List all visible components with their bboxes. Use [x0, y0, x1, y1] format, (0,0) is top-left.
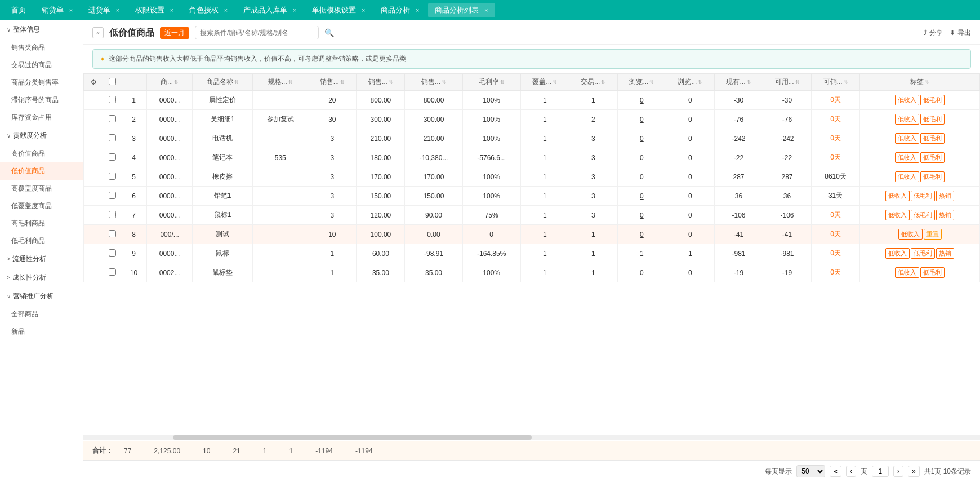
next-page-btn[interactable]: ›	[893, 466, 903, 477]
sidebar-item-high-value[interactable]: 高价值商品	[0, 145, 83, 162]
sidebar-item-low-margin[interactable]: 低毛利商品	[0, 232, 83, 250]
col-spec[interactable]: 规格... ⇅	[253, 74, 308, 91]
row-checkbox[interactable]	[109, 268, 116, 276]
cell-checkbox[interactable]	[104, 187, 121, 206]
col-sales3[interactable]: 销售... ⇅	[405, 74, 462, 91]
row-checkbox[interactable]	[109, 230, 116, 237]
cell-checkbox[interactable]	[104, 129, 121, 148]
col-browse1[interactable]: 浏览... ⇅	[617, 74, 666, 91]
cell-browse1[interactable]: 0	[617, 225, 666, 244]
browse1-link[interactable]: 0	[640, 135, 644, 143]
browse1-link[interactable]: 0	[640, 269, 644, 277]
sidebar-item-high-margin[interactable]: 高毛利商品	[0, 215, 83, 232]
browse1-link[interactable]: 0	[640, 192, 644, 200]
export-btn[interactable]: ⬇ 导出	[950, 28, 971, 38]
select-all-checkbox[interactable]	[109, 78, 116, 85]
browse1-link[interactable]: 0	[640, 116, 644, 123]
sidebar-item-sales-products[interactable]: 销售类商品	[0, 39, 83, 56]
sidebar-item-slow-move[interactable]: 滞销序号的商品	[0, 91, 83, 109]
cell-checkbox[interactable]	[104, 91, 121, 110]
row-checkbox[interactable]	[109, 211, 116, 218]
scrollbar-thumb[interactable]	[173, 435, 532, 440]
browse1-link[interactable]: 0	[640, 211, 644, 219]
last-page-btn[interactable]: »	[908, 466, 920, 477]
col-sales1[interactable]: 销售... ⇅	[308, 74, 357, 91]
row-checkbox[interactable]	[109, 134, 116, 141]
col-browse2[interactable]: 浏览... ⇅	[666, 74, 714, 91]
sidebar-item-low-coverage[interactable]: 低覆盖度商品	[0, 197, 83, 215]
nav-close-purchase[interactable]: ×	[116, 7, 119, 14]
nav-close-roles[interactable]: ×	[224, 7, 228, 14]
sidebar-group-contribution[interactable]: ∨ 贡献度分析	[0, 126, 83, 145]
nav-close-analysis[interactable]: ×	[416, 7, 419, 14]
nav-analysis[interactable]: 商品分析 ×	[374, 3, 426, 17]
cell-checkbox[interactable]	[104, 110, 121, 129]
cell-checkbox[interactable]	[104, 244, 121, 263]
col-cover[interactable]: 覆盖... ⇅	[520, 74, 569, 91]
col-available[interactable]: 可用... ⇅	[763, 74, 812, 91]
cell-checkbox[interactable]	[104, 225, 121, 244]
sidebar-item-inventory-fund[interactable]: 库存资金占用	[0, 109, 83, 126]
row-checkbox[interactable]	[109, 153, 116, 161]
per-page-select[interactable]: 50 100 200	[796, 465, 825, 477]
nav-product-in[interactable]: 产成品入库单 ×	[237, 3, 303, 17]
nav-close-permissions[interactable]: ×	[170, 7, 173, 14]
first-page-btn[interactable]: «	[830, 466, 841, 477]
browse1-link[interactable]: 0	[640, 96, 644, 104]
col-margin[interactable]: 毛利率 ⇅	[462, 74, 520, 91]
sidebar-group-overall[interactable]: ∨ 整体信息	[0, 20, 83, 39]
cell-checkbox[interactable]	[104, 148, 121, 167]
browse1-link[interactable]: 0	[640, 173, 644, 181]
sidebar-group-growth[interactable]: > 成长性分析	[0, 268, 83, 287]
row-checkbox[interactable]	[109, 192, 116, 199]
nav-template[interactable]: 单据模板设置 ×	[305, 3, 372, 17]
search-icon[interactable]: 🔍	[324, 28, 334, 37]
search-input[interactable]	[195, 26, 319, 39]
cell-checkbox[interactable]	[104, 206, 121, 225]
col-name[interactable]: 商品名称 ⇅	[193, 74, 253, 91]
cell-browse1[interactable]: 0	[617, 206, 666, 225]
sidebar-item-high-coverage[interactable]: 高覆盖度商品	[0, 180, 83, 197]
col-checkbox[interactable]	[104, 74, 121, 91]
row-checkbox[interactable]	[109, 173, 116, 180]
col-code[interactable]: 商... ⇅	[147, 74, 193, 91]
nav-purchase[interactable]: 进货单 ×	[82, 3, 126, 17]
sidebar-group-marketing[interactable]: ∨ 营销推广分析	[0, 287, 83, 306]
col-trade[interactable]: 交易... ⇅	[569, 74, 617, 91]
sidebar-collapse-btn[interactable]: «	[92, 27, 104, 38]
browse1-link[interactable]: 0	[640, 154, 644, 162]
browse1-link[interactable]: 0	[640, 231, 644, 238]
horizontal-scrollbar[interactable]	[83, 435, 980, 440]
col-sales2[interactable]: 销售... ⇅	[357, 74, 405, 91]
nav-analysis-list[interactable]: 商品分析列表 ×	[428, 3, 495, 17]
cell-browse1[interactable]: 0	[617, 187, 666, 206]
cell-checkbox[interactable]	[104, 263, 121, 282]
nav-roles[interactable]: 角色授权 ×	[182, 3, 234, 17]
nav-close-analysis-list[interactable]: ×	[484, 7, 488, 14]
nav-home[interactable]: 首页	[5, 3, 33, 17]
page-input[interactable]	[872, 466, 889, 477]
nav-sales[interactable]: 销货单 ×	[35, 3, 79, 17]
sidebar-item-category-rate[interactable]: 商品分类销售率	[0, 74, 83, 91]
col-saleable[interactable]: 可销... ⇅	[812, 74, 860, 91]
prev-page-btn[interactable]: ‹	[846, 466, 856, 477]
filter-tag-btn[interactable]: 近一月	[160, 27, 189, 39]
cell-browse1[interactable]: 0	[617, 263, 666, 282]
cell-browse1[interactable]: 0	[617, 110, 666, 129]
sidebar-item-all-products[interactable]: 全部商品	[0, 306, 83, 323]
row-checkbox[interactable]	[109, 96, 116, 103]
col-settings[interactable]: ⚙	[84, 74, 104, 91]
sidebar-item-low-value[interactable]: 低价值商品	[0, 162, 83, 180]
cell-browse1[interactable]: 1	[617, 244, 666, 263]
share-btn[interactable]: ⤴ 分享	[924, 28, 943, 38]
col-tags[interactable]: 标签 ⇅	[860, 74, 980, 91]
nav-permissions[interactable]: 权限设置 ×	[128, 3, 180, 17]
sidebar-group-flow[interactable]: > 流通性分析	[0, 250, 83, 268]
cell-browse1[interactable]: 0	[617, 91, 666, 110]
col-current[interactable]: 现有... ⇅	[714, 74, 763, 91]
browse1-link[interactable]: 1	[640, 250, 644, 258]
row-checkbox[interactable]	[109, 249, 116, 257]
sidebar-item-new-products[interactable]: 新品	[0, 323, 83, 341]
cell-browse1[interactable]: 0	[617, 148, 666, 167]
nav-close-sales[interactable]: ×	[69, 7, 73, 14]
